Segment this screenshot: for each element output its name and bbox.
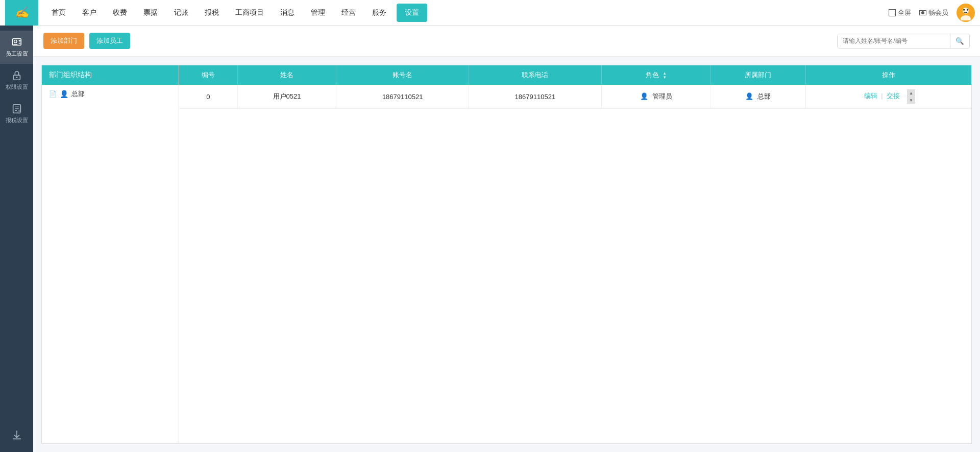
search-box: 🔍: [837, 34, 970, 49]
logo-icon: ✍: [15, 6, 29, 19]
tree-node-label: 总部: [71, 89, 85, 99]
tree-panel: 部门组织结构 📄 👤 总部: [41, 65, 179, 444]
cell-role: 👤 管理员: [601, 85, 710, 109]
add-emp-button[interactable]: 添加员工: [89, 33, 130, 49]
table-row: 0 用户0521 18679110521 18679110521 👤 管理员 👤…: [179, 85, 971, 109]
nav-item-经营[interactable]: 经营: [333, 0, 364, 26]
nav-item-客户[interactable]: 客户: [74, 0, 105, 26]
search-input[interactable]: [838, 34, 950, 47]
fullscreen-icon: [889, 9, 896, 16]
sidebar-bottom: [0, 423, 33, 452]
add-dept-button[interactable]: 添加部门: [43, 33, 84, 49]
tree-header: 部门组织结构: [42, 65, 179, 85]
nav-items: 首页客户收费票据记账报税工商项目消息管理经营服务设置: [43, 0, 889, 26]
table-header: 编号 姓名 账号名 联系电话 角: [179, 65, 971, 85]
member-label: 畅会员: [928, 8, 948, 17]
sidebar-item-tax[interactable]: 报税设置: [0, 97, 33, 130]
member-button[interactable]: 畅会员: [919, 8, 948, 17]
employee-table: 编号 姓名 账号名 联系电话 角: [179, 65, 971, 109]
fullscreen-button[interactable]: 全屏: [889, 8, 911, 17]
cell-phone: 18679110521: [469, 85, 602, 109]
svg-point-4: [967, 9, 968, 10]
col-dept: 所属部门: [710, 65, 805, 85]
cell-id: 0: [179, 85, 237, 109]
search-icon: 🔍: [955, 37, 964, 45]
avatar[interactable]: [957, 4, 975, 22]
col-actions: 操作: [805, 65, 971, 85]
sidebar-item-employee-label: 员工设置: [6, 50, 28, 58]
nav-item-记账[interactable]: 记账: [166, 0, 197, 26]
col-account: 账号名: [336, 65, 469, 85]
col-phone: 联系电话: [469, 65, 602, 85]
col-role: 角色 ▲ ▼: [601, 65, 710, 85]
scroll-down-button[interactable]: ▼: [907, 97, 915, 104]
role-user-icon: 👤: [640, 92, 648, 100]
scroll-up-button[interactable]: ▲: [907, 89, 915, 97]
nav-item-工商项目[interactable]: 工商项目: [227, 0, 272, 26]
cell-role-text: 管理员: [652, 92, 672, 100]
svg-point-3: [963, 9, 965, 10]
table-panel: 编号 姓名 账号名 联系电话 角: [179, 65, 972, 444]
sidebar-item-permission[interactable]: 权限设置: [0, 64, 33, 97]
content-area: 添加部门 添加员工 🔍 部门组织结构 📄 👤 总部: [33, 26, 980, 452]
nav-item-票据[interactable]: 票据: [135, 0, 166, 26]
search-button[interactable]: 🔍: [950, 34, 969, 48]
sidebar-item-employee[interactable]: 员工设置: [0, 31, 33, 64]
col-id: 编号: [179, 65, 237, 85]
sidebar-item-download[interactable]: [0, 423, 33, 447]
nav-item-管理[interactable]: 管理: [303, 0, 333, 26]
sidebar: 员工设置 权限设置 报税设置: [0, 26, 33, 452]
cell-name: 用户0521: [237, 85, 336, 109]
nav-item-设置[interactable]: 设置: [397, 4, 427, 22]
cell-actions: 编辑 | 交接 ▲ ▼: [805, 85, 971, 109]
cell-dept: 👤 总部: [710, 85, 805, 109]
col-name: 姓名: [237, 65, 336, 85]
sidebar-item-permission-label: 权限设置: [6, 83, 28, 91]
tree-node-root[interactable]: 📄 👤 总部: [42, 85, 179, 103]
edit-button[interactable]: 编辑: [864, 92, 877, 100]
dept-user-icon: 👤: [745, 92, 753, 100]
toolbar: 添加部门 添加员工 🔍: [33, 26, 980, 57]
nav-item-服务[interactable]: 服务: [364, 0, 395, 26]
sidebar-item-tax-label: 报税设置: [6, 116, 28, 124]
permission-icon: [11, 70, 22, 81]
nav-right: 全屏 畅会员: [889, 4, 975, 22]
row-scroll-arrows: ▲ ▼: [907, 89, 915, 104]
svg-point-6: [14, 40, 17, 43]
fullscreen-label: 全屏: [898, 8, 911, 17]
main-layout: 员工设置 权限设置 报税设置: [0, 26, 980, 452]
role-sort-icon: ▲ ▼: [663, 72, 667, 80]
nav-item-报税[interactable]: 报税: [197, 0, 227, 26]
download-icon: [11, 430, 22, 441]
tax-icon: [11, 103, 22, 114]
svg-point-11: [16, 77, 17, 78]
tree-file-icon: 📄: [49, 90, 57, 98]
nav-item-消息[interactable]: 消息: [272, 0, 303, 26]
cell-account: 18679110521: [336, 85, 469, 109]
employee-icon: [11, 37, 22, 48]
table-body: 0 用户0521 18679110521 18679110521 👤 管理员 👤…: [179, 85, 971, 109]
nav-item-首页[interactable]: 首页: [43, 0, 74, 26]
transfer-button[interactable]: 交接: [887, 92, 900, 100]
body-area: 部门组织结构 📄 👤 总部 编号 姓: [33, 57, 980, 452]
app-logo: ✍: [5, 0, 38, 26]
nav-item-收费[interactable]: 收费: [105, 0, 135, 26]
member-icon: [919, 10, 926, 15]
cell-dept-text: 总部: [757, 92, 771, 100]
top-nav: ✍ 首页客户收费票据记账报税工商项目消息管理经营服务设置 全屏 畅会员: [0, 0, 980, 26]
tree-user-icon: 👤: [60, 90, 68, 98]
